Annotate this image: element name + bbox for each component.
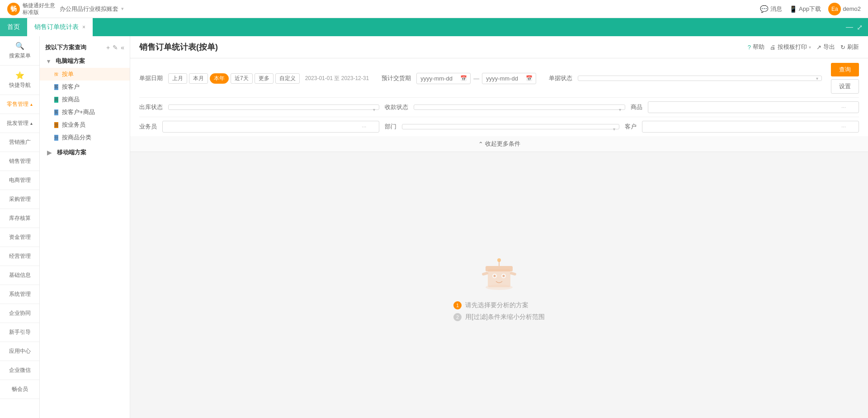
avatar: Ea xyxy=(828,3,841,15)
pc-scheme-arrow: ▾ xyxy=(47,58,50,65)
ship-status-select[interactable]: ▾ xyxy=(168,104,379,110)
scheme-customer-icon: 客 xyxy=(54,84,58,90)
date-btn-last-7[interactable]: 近7天 xyxy=(231,73,253,84)
scheme-by-product[interactable]: 商 按商品 xyxy=(40,93,130,106)
date-btn-this-year[interactable]: 本年 xyxy=(210,73,229,84)
scheme-by-order[interactable]: 按 按单 xyxy=(40,68,130,81)
tab-minimize-btn[interactable]: — xyxy=(846,23,853,31)
sidebar-item-inventory[interactable]: 库存核算 xyxy=(0,209,39,228)
message-btn[interactable]: 💬 消息 xyxy=(760,5,782,13)
filter-section: 单据日期 上月 本月 本年 近7天 更多 自定义 2023-01-01 至 20… xyxy=(130,58,868,136)
mobile-scheme-parent[interactable]: ▶ 移动端方案 xyxy=(40,146,130,159)
query-btn-area: 查询 设置 xyxy=(831,63,859,94)
customer-select[interactable]: ··· xyxy=(642,121,859,133)
bill-status-arrow: ▾ xyxy=(816,76,818,81)
date-btns: 上月 本月 本年 近7天 更多 自定义 xyxy=(168,73,300,84)
quick-nav-icon: ⭐ xyxy=(15,71,24,80)
sidebar-item-wholesale-mgmt[interactable]: 批发管理 ▴ xyxy=(0,114,39,133)
sidebar-item-sys-mgmt[interactable]: 系统管理 xyxy=(0,285,39,304)
sidebar-item-corp-wechat[interactable]: 企业微信 xyxy=(0,361,39,380)
date-btn-this-month[interactable]: 本月 xyxy=(189,73,208,84)
date-range-text: 2023-01-01 至 2023-12-31 xyxy=(305,75,369,82)
settings-btn[interactable]: 设置 xyxy=(831,79,859,94)
bill-status-select-wrap: ▾ xyxy=(578,76,822,81)
user-area[interactable]: Ea demo2 xyxy=(828,3,861,15)
customer-label: 客户 xyxy=(625,123,637,131)
date-btn-last-month[interactable]: 上月 xyxy=(168,73,187,84)
scheme-product-icon: 商 xyxy=(54,97,58,103)
sidebar-item-retail-mgmt[interactable]: 零售管理 ▴ xyxy=(0,95,39,114)
content-area: 销售订单统计表(按单) ? 帮助 🖨 按模板打印 ▾ ↗ 导出 ↻ 刷新 xyxy=(130,36,868,418)
sidebar-item-ecom-mgmt[interactable]: 电商管理 xyxy=(0,171,39,190)
add-scheme-btn[interactable]: + xyxy=(106,44,110,51)
product-dots-icon[interactable]: ··· xyxy=(841,104,846,110)
scheme-by-cust-prod[interactable]: 客 按客户+商品 xyxy=(40,106,130,119)
empty-illustration xyxy=(476,249,522,294)
date-btn-more[interactable]: 更多 xyxy=(255,73,274,84)
sidebar-item-finance-mgmt[interactable]: 资金管理 xyxy=(0,228,39,247)
scheme-salesperson-icon: 业 xyxy=(54,122,58,128)
print-arrow-icon: ▾ xyxy=(809,45,811,50)
sidebar-item-quick-nav[interactable]: ⭐ 快捷导航 xyxy=(0,66,39,95)
message-icon: 💬 xyxy=(760,5,769,13)
left-panel-header: 按以下方案查询 + ✎ « xyxy=(40,41,130,54)
salesperson-select[interactable]: ··· xyxy=(162,121,379,133)
sidebar-item-corp-collab[interactable]: 企业协同 xyxy=(0,304,39,323)
logo-text: 畅捷通好生意 标准版 xyxy=(23,2,55,15)
topbar-left: 畅 畅捷通好生意 标准版 办公用品行业模拟账套 ▾ xyxy=(7,2,124,15)
mobile-scheme-arrow: ▶ xyxy=(47,149,52,156)
refresh-icon: ↻ xyxy=(840,44,845,51)
collapse-row[interactable]: ⌃ 收起更多条件 xyxy=(130,136,868,152)
date-btn-custom[interactable]: 自定义 xyxy=(275,73,300,84)
help-btn[interactable]: ? 帮助 xyxy=(748,43,764,51)
scheme-by-salesperson[interactable]: 业 按业务员 xyxy=(40,119,130,131)
tabbar: 首页 销售订单统计表 × — ⤢ xyxy=(0,18,868,36)
payment-status-select[interactable]: ▾ xyxy=(414,104,625,110)
sidebar-item-basic-info[interactable]: 基础信息 xyxy=(0,266,39,285)
print-icon: 🖨 xyxy=(770,44,776,51)
product-select[interactable]: ··· xyxy=(648,101,859,113)
sidebar-item-search-menu[interactable]: 🔍 搜索菜单 xyxy=(0,36,39,66)
collapse-panel-btn[interactable]: « xyxy=(121,44,124,51)
tab-close-btn[interactable]: × xyxy=(82,24,85,30)
scheme-by-category[interactable]: 分 按商品分类 xyxy=(40,131,130,144)
query-btn[interactable]: 查询 xyxy=(831,63,859,76)
sidebar-item-sales-mgmt[interactable]: 销售管理 xyxy=(0,152,39,171)
dept-label: 部门 xyxy=(385,123,396,131)
empty-tip-1: 1 请先选择要分析的方案 xyxy=(453,301,545,309)
scheme-by-customer[interactable]: 客 按客户 xyxy=(40,81,130,93)
edit-scheme-btn[interactable]: ✎ xyxy=(113,44,118,51)
dept-select[interactable]: ▾ xyxy=(402,124,619,129)
sidebar-item-new-guide[interactable]: 新手引导 xyxy=(0,323,39,342)
scheme-cust-prod-icon: 客 xyxy=(54,109,58,115)
breadcrumb[interactable]: 办公用品行业模拟账套 ▾ xyxy=(60,5,124,13)
app-download-btn[interactable]: 📱 App下载 xyxy=(789,5,821,13)
dept-arrow: ▾ xyxy=(613,127,615,132)
tabbar-actions: — ⤢ xyxy=(846,23,868,32)
svg-rect-7 xyxy=(481,271,488,276)
sidebar-item-member[interactable]: 畅会员 xyxy=(0,380,39,399)
tab-sales-order-stats[interactable]: 销售订单统计表 × xyxy=(27,18,93,36)
sidebar-item-app-center[interactable]: 应用中心 xyxy=(0,342,39,361)
bill-status-select[interactable]: ▾ xyxy=(578,76,822,81)
logo-area: 畅 畅捷通好生意 标准版 xyxy=(7,2,55,15)
empty-tip-2: 2 用[过滤]条件来缩小分析范围 xyxy=(453,313,545,321)
left-panel-header-actions: + ✎ « xyxy=(106,44,124,51)
refresh-btn[interactable]: ↻ 刷新 xyxy=(840,43,859,51)
expected-date-label: 预计交货期 xyxy=(382,74,411,82)
tab-home[interactable]: 首页 xyxy=(0,18,27,36)
customer-dots-icon[interactable]: ··· xyxy=(841,124,846,130)
salesperson-dots-icon[interactable]: ··· xyxy=(362,124,366,130)
sidebar-item-purchase-mgmt[interactable]: 采购管理 xyxy=(0,190,39,209)
payment-status-arrow: ▾ xyxy=(619,107,621,112)
sidebar-item-marketing[interactable]: 营销推广 xyxy=(0,133,39,152)
export-btn[interactable]: ↗ 导出 xyxy=(816,43,835,51)
filter-row-3: 业务员 ··· 部门 ▾ 客户 ··· xyxy=(139,117,859,136)
tab-maximize-btn[interactable]: ⤢ xyxy=(857,23,863,32)
calendar-icon-to: 📅 xyxy=(526,75,533,81)
template-print-btn[interactable]: 🖨 按模板打印 ▾ xyxy=(770,43,811,51)
salesperson-label: 业务员 xyxy=(139,123,157,131)
app-icon: 📱 xyxy=(789,5,797,13)
pc-scheme-parent[interactable]: ▾ 电脑端方案 xyxy=(40,54,130,68)
sidebar-item-biz-mgmt[interactable]: 经营管理 xyxy=(0,247,39,266)
